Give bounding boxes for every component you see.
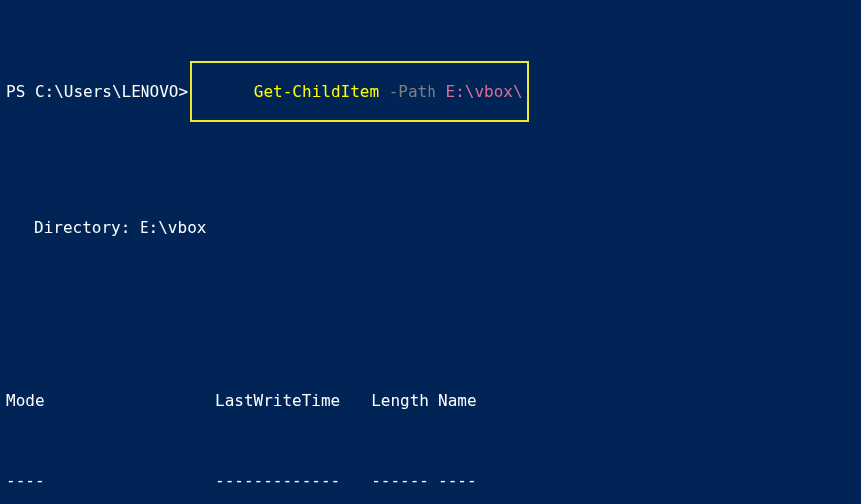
hdr-lastwrite-spacer	[106, 391, 215, 411]
separator-row: ---- ------------- ------ ----	[6, 471, 855, 491]
directory-label: Directory: E:\vbox	[34, 218, 855, 237]
command-highlight: Get-ChildItem -Path E:\vbox\	[190, 61, 529, 122]
hdr-lastwrite: LastWriteTime	[215, 391, 295, 411]
file-listing: Mode LastWriteTime Length Name ---- ----…	[6, 332, 855, 504]
path-arg: E:\vbox\	[446, 82, 523, 101]
header-row: Mode LastWriteTime Length Name	[6, 391, 855, 411]
hdr-length: Length	[329, 391, 429, 411]
prompt-path: PS C:\Users\LENOVO>	[6, 82, 188, 101]
cmdlet: Get-ChildItem	[254, 82, 379, 101]
prompt-line-1: PS C:\Users\LENOVO> Get-ChildItem -Path …	[6, 61, 855, 122]
hdr-name: Name	[429, 391, 477, 411]
hdr-mode: Mode	[6, 391, 66, 411]
param-flag: -Path	[389, 82, 436, 101]
powershell-terminal[interactable]: PS C:\Users\LENOVO> Get-ChildItem -Path …	[0, 0, 861, 504]
